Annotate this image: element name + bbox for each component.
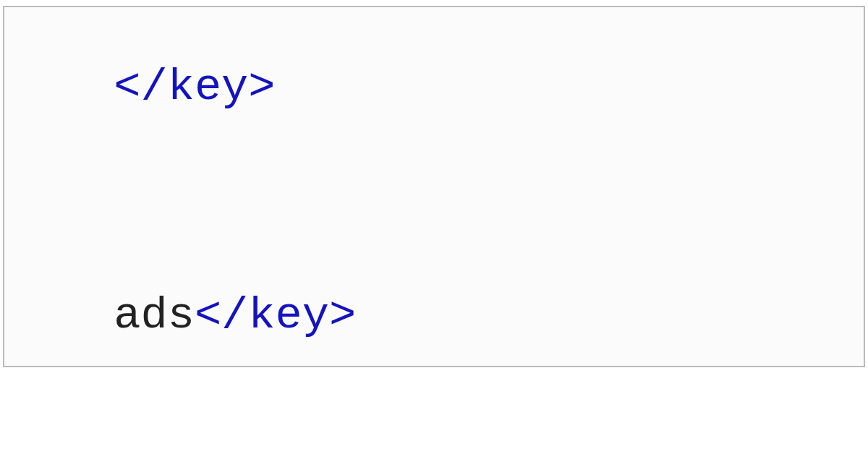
line1-close-name: key [168,61,249,113]
line2-close-end: > [329,290,356,341]
line1-close-open: </ [114,61,167,113]
line2-close-name: key [248,290,329,341]
code-line-2: ads</key> [3,249,812,367]
line2-close-open: </ [195,290,248,341]
blank-line [4,155,864,249]
code-snippet-box: </key> ads</key> [3,6,865,367]
page: </key> ads</key> [0,0,868,454]
code-line-1: </key> [3,20,812,155]
line2-content-fragment: ads [114,290,195,341]
line1-close-end: > [248,61,275,113]
